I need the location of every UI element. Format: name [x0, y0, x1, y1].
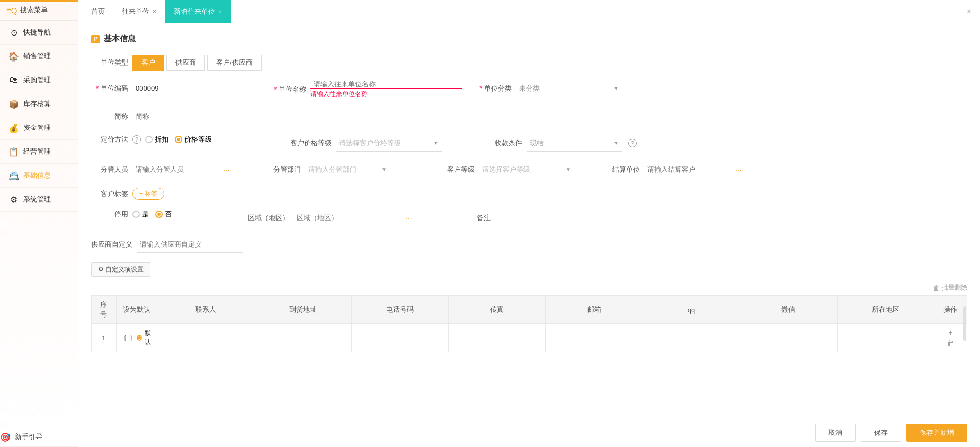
- tab-new-partner[interactable]: 新增往来单位 ×: [165, 0, 231, 23]
- form-group-unit-name: 单位名称 请输入往来单位名称: [261, 80, 462, 99]
- area-ellipsis[interactable]: ···: [404, 213, 414, 223]
- disabled-radio-no[interactable]: 否: [155, 209, 172, 219]
- unit-category-label: 单位分类: [475, 84, 512, 93]
- sidebar-item-basic-info[interactable]: 📇 基础信息: [0, 164, 78, 188]
- remark-input[interactable]: [495, 209, 967, 226]
- form-row-codes: 单位编码 单位名称 请输入往来单位名称 单位分类 未分类 ▼: [91, 80, 967, 99]
- pricing-radio-level-label: 价格等级: [184, 135, 212, 144]
- sidebar-search-label: 搜索菜单: [20, 5, 48, 15]
- form-group-remark: 备注: [441, 209, 967, 226]
- system-icon: ⚙: [8, 194, 19, 205]
- batch-actions: 🗑 批量删除: [91, 283, 967, 292]
- unit-type-row: 单位类型 客户 供应商 客户/供应商: [91, 55, 967, 71]
- pricing-help-icon[interactable]: ?: [132, 135, 141, 144]
- sidebar-item-label: 快捷导航: [23, 28, 51, 37]
- sidebar-item-new-guide[interactable]: 🎯 新手引导: [0, 427, 78, 447]
- tab-home[interactable]: 首页: [83, 0, 113, 23]
- settlement-unit-input[interactable]: [644, 161, 729, 178]
- sidebar-item-label: 资金管理: [23, 123, 51, 133]
- table-scrollbar[interactable]: [963, 306, 966, 340]
- row-delete-button[interactable]: 🗑: [945, 338, 956, 348]
- page-content: P 基本信息 单位类型 客户 供应商 客户/供应商 单位编码 单位名称 请输入往…: [78, 23, 980, 418]
- form-group-disabled: 停用 是 否: [91, 209, 239, 219]
- row-add-button[interactable]: +: [946, 327, 955, 338]
- cell-qq: [643, 324, 740, 352]
- email-input[interactable]: [551, 334, 637, 342]
- batch-delete-label: 批量删除: [942, 283, 967, 292]
- col-qq: qq: [643, 296, 740, 324]
- form-group-department: 分管部门 请输入分管部门 ▼: [255, 161, 425, 178]
- cancel-button[interactable]: 取消: [815, 424, 856, 442]
- tab-new-partner-close[interactable]: ×: [218, 8, 222, 15]
- form-row-supplier-custom: 供应商自定义: [91, 236, 967, 253]
- tab-partners[interactable]: 往来单位 ×: [113, 0, 165, 23]
- unit-category-select[interactable]: 未分类 ▼: [516, 80, 622, 97]
- add-tag-button[interactable]: + 标签: [132, 188, 164, 200]
- batch-delete-button[interactable]: 🗑 批量删除: [933, 283, 967, 292]
- custom-settings-button[interactable]: ⚙ 自定义项设置: [91, 262, 150, 277]
- sidebar-item-purchase[interactable]: 🛍 采购管理: [0, 68, 78, 92]
- btn-type-supplier[interactable]: 供应商: [166, 55, 205, 71]
- manager-ellipsis[interactable]: ···: [221, 164, 232, 175]
- pricing-radio-level[interactable]: 价格等级: [175, 135, 212, 144]
- form-row-disabled: 停用 是 否 区域（地区） ··· 备注: [91, 209, 967, 226]
- region-input[interactable]: [843, 334, 929, 342]
- manager-input[interactable]: [132, 161, 217, 178]
- short-name-input[interactable]: [132, 108, 238, 125]
- sidebar-item-sales[interactable]: 🏠 销售管理: [0, 45, 78, 68]
- phone-input[interactable]: [357, 334, 443, 342]
- department-select[interactable]: 请输入分管部门 ▼: [305, 161, 390, 178]
- sidebar-item-operations[interactable]: 📋 经营管理: [0, 140, 78, 164]
- quick-nav-icon: ⊙: [8, 27, 19, 38]
- payment-terms-help-icon[interactable]: ?: [628, 139, 637, 147]
- wechat-input[interactable]: [745, 334, 831, 342]
- settlement-unit-ellipsis[interactable]: ···: [733, 164, 744, 175]
- cell-fax: [449, 324, 546, 352]
- col-contact: 联系人: [157, 296, 254, 324]
- inventory-icon: 📦: [8, 99, 19, 109]
- tabbar-close-button[interactable]: ×: [963, 5, 976, 19]
- payment-terms-label: 收款条件: [485, 138, 522, 148]
- row-checkbox[interactable]: [122, 335, 135, 341]
- supplier-custom-label: 供应商自定义: [91, 240, 132, 249]
- fax-input[interactable]: [454, 334, 540, 342]
- sidebar-item-system[interactable]: ⚙ 系统管理: [0, 188, 78, 212]
- sidebar-item-finance[interactable]: 💰 资金管理: [0, 116, 78, 140]
- area-input[interactable]: [293, 209, 399, 226]
- pricing-radio-group: 折扣 价格等级: [145, 135, 212, 144]
- tab-partners-close[interactable]: ×: [153, 8, 156, 15]
- pricing-label: 定价方法: [91, 135, 128, 144]
- pricing-radio-discount[interactable]: 折扣: [145, 135, 168, 144]
- disabled-radio-no-label: 否: [165, 209, 172, 219]
- col-index: 序号: [92, 296, 117, 324]
- sidebar-search[interactable]: ≡Q 搜索菜单: [0, 0, 78, 21]
- contact-input[interactable]: [163, 334, 248, 342]
- sidebar-item-inventory[interactable]: 📦 库存核算: [0, 92, 78, 116]
- sales-icon: 🏠: [8, 51, 19, 62]
- manager-label: 分管人员: [91, 165, 128, 174]
- sidebar-item-quick-nav[interactable]: ⊙ 快捷导航: [0, 21, 78, 45]
- save-button[interactable]: 保存: [861, 424, 901, 442]
- form-row-short-name: 简称: [91, 108, 967, 125]
- disabled-radio-no-circle: [155, 211, 163, 218]
- customer-price-level-select[interactable]: 请选择客户价格等级 ▼: [336, 135, 442, 152]
- col-region: 所在地区: [837, 296, 934, 324]
- unit-name-input[interactable]: [310, 80, 462, 89]
- disabled-radio-yes[interactable]: 是: [132, 209, 149, 219]
- payment-terms-select[interactable]: 现结 ▼: [527, 135, 622, 152]
- finance-icon: 💰: [8, 122, 19, 133]
- supplier-custom-input[interactable]: [137, 236, 243, 253]
- form-group-area: 区域（地区） ···: [239, 209, 441, 226]
- sidebar-item-label: 新手引导: [15, 432, 42, 442]
- btn-type-customer[interactable]: 客户: [132, 55, 164, 71]
- row-default-radio[interactable]: 默认: [137, 329, 152, 347]
- btn-type-both[interactable]: 客户/供应商: [207, 55, 262, 71]
- save-new-button[interactable]: 保存并新增: [906, 424, 967, 442]
- qq-input[interactable]: [648, 334, 734, 342]
- form-group-pricing: 定价方法 ? 折扣 价格等级: [91, 135, 282, 144]
- cell-email: [546, 324, 643, 352]
- unit-code-input[interactable]: [132, 80, 238, 97]
- basic-info-icon: 📇: [8, 170, 19, 181]
- address-input[interactable]: [260, 334, 345, 342]
- customer-level-select[interactable]: 请选择客户等级 ▼: [479, 161, 574, 178]
